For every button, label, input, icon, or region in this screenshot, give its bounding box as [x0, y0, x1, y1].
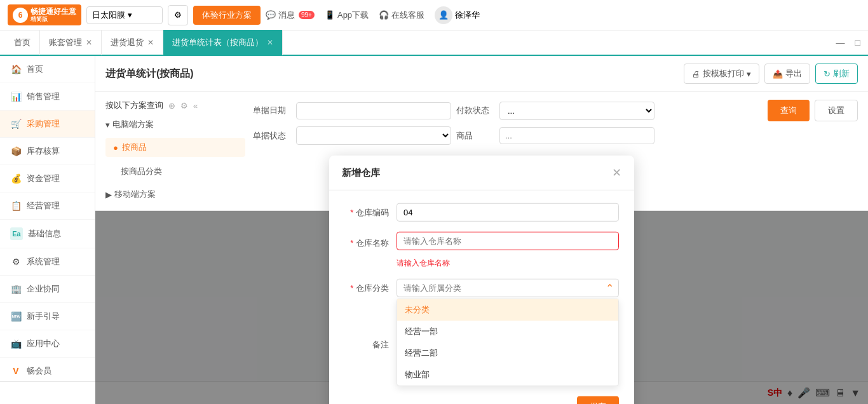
filter-title-text: 按以下方案查询: [105, 100, 163, 111]
dropdown-arrow-icon: ▾: [128, 10, 132, 20]
maximize-button[interactable]: □: [853, 35, 863, 50]
filter-status-row: 单据状态: [253, 126, 451, 145]
sidebar-label-appcenter: 应用中心: [27, 338, 60, 349]
radio-icon: ●: [113, 143, 118, 152]
logo-sub: 精简版: [31, 16, 76, 23]
date-label: 单据日期: [253, 105, 291, 116]
sidebar-label-vip: 畅会员: [27, 365, 51, 377]
tab-purchase-stats-label: 进货单统计表（按商品）: [172, 37, 263, 48]
tab-purchase-stats[interactable]: 进货单统计表（按商品） ✕: [163, 30, 283, 55]
message-label: 消息: [278, 10, 295, 21]
print-dropdown-icon: ▾: [747, 69, 751, 79]
sidebar-item-home[interactable]: 🏠 首页: [0, 56, 95, 83]
collapse-icon[interactable]: «: [193, 101, 198, 111]
content-area: 🔍 ⊙ 请选择右侧的方案 ⊙ 用[过滤]条件来缩小分析范围 新增仓库 ✕: [95, 211, 868, 404]
sidebar-item-basic[interactable]: Ea 基础信息: [0, 220, 95, 248]
tabbar: 首页 账套管理 ✕ 进货退货 ✕ 进货单统计表（按商品） ✕ — □: [0, 30, 868, 56]
dialog-title: 新增仓库: [342, 166, 380, 178]
dialog-body: 仓库编码 仓库名称 请输入仓库名称: [329, 191, 634, 396]
plan-settings-icon[interactable]: ⚙: [180, 101, 188, 111]
code-input[interactable]: [397, 203, 619, 222]
plan-mobile-collapse-icon[interactable]: ▶: [105, 190, 112, 199]
product-input[interactable]: [499, 127, 654, 144]
tab-accounts[interactable]: 账套管理 ✕: [40, 30, 102, 55]
system-icon: ⚙: [10, 256, 22, 267]
tab-accounts-close[interactable]: ✕: [86, 38, 92, 47]
tab-home-label: 首页: [14, 37, 31, 48]
store-selector[interactable]: 日太阳膜 ▾: [86, 6, 163, 24]
add-plan-icon[interactable]: ⊕: [168, 101, 175, 111]
export-button[interactable]: 📤 导出: [764, 64, 810, 84]
sidebar-item-enterprise[interactable]: 🏢 企业协同: [0, 276, 95, 303]
trial-button[interactable]: 体验行业方案: [193, 6, 261, 25]
appcenter-icon: 📺: [10, 338, 22, 349]
dialog-close-button[interactable]: ✕: [612, 166, 621, 180]
page-title: 进货单统计(按商品): [105, 67, 194, 81]
print-icon: 🖨: [692, 69, 700, 79]
enterprise-icon: 🏢: [10, 283, 22, 295]
dropdown-item-operation1[interactable]: 经营一部: [397, 321, 618, 342]
plan-mobile-header: ▶ 移动端方案: [105, 186, 245, 203]
dialog-footer: 保存: [329, 396, 634, 404]
sidebar-item-purchase[interactable]: 🛒 采购管理: [0, 111, 95, 138]
category-dropdown: 未分类 经营一部 经营二部 物业部: [397, 299, 619, 386]
sidebar-label-finance: 资金管理: [27, 173, 60, 184]
message-button[interactable]: 💬 消息 99+: [266, 10, 315, 21]
product-label: 商品: [456, 130, 494, 142]
tab-home[interactable]: 首页: [5, 30, 40, 55]
refresh-button[interactable]: ↻ 刷新: [815, 64, 858, 84]
dropdown-item-property[interactable]: 物业部: [397, 364, 618, 386]
page-actions: 🖨 按模板打印 ▾ 📤 导出 ↻ 刷新: [684, 64, 858, 84]
sidebar-item-system[interactable]: ⚙ 系统管理: [0, 248, 95, 276]
settings-button[interactable]: ⚙: [168, 5, 188, 25]
status-select[interactable]: [296, 126, 451, 145]
category-row: 仓库分类 ⌃ 未分类 经营一部 经营二部 物业部: [344, 279, 619, 297]
gear-icon: ⚙: [174, 10, 182, 20]
name-input[interactable]: [397, 232, 619, 250]
export-label: 导出: [785, 68, 802, 79]
category-input[interactable]: [397, 279, 619, 297]
purchase-icon: 🛒: [10, 118, 22, 130]
payment-select[interactable]: ...: [499, 102, 654, 120]
page-header: 进货单统计(按商品) 🖨 按模板打印 ▾ 📤 导出 ↻ 刷新: [95, 56, 868, 92]
headset-icon: 🎧: [379, 10, 389, 20]
app-icon: 📱: [325, 10, 335, 20]
settings-button-filter[interactable]: 设置: [815, 100, 858, 121]
tab-purchase-stats-close[interactable]: ✕: [267, 38, 273, 47]
filter-fields: 单据日期 付款状态 ... 查询 设置: [253, 100, 858, 145]
plan-item-category[interactable]: 按商品分类: [105, 162, 245, 181]
sidebar-label-inventory: 库存核算: [27, 145, 60, 157]
sidebar-item-inventory[interactable]: 📦 库存核算: [0, 138, 95, 165]
message-icon: 💬: [266, 10, 276, 20]
dropdown-item-unclassified[interactable]: 未分类: [397, 299, 618, 321]
app-download-button[interactable]: 📱 App下载: [325, 10, 369, 21]
name-label: 仓库名称: [344, 233, 389, 248]
sidebar-label-enterprise: 企业协同: [27, 283, 60, 295]
basic-icon: Ea: [10, 227, 23, 240]
tab-purchase-return[interactable]: 进货退货 ✕: [102, 30, 163, 55]
online-service-button[interactable]: 🎧 在线客服: [379, 10, 424, 21]
print-button[interactable]: 🖨 按模板打印 ▾: [684, 64, 759, 84]
sidebar-label-guide: 新手引导: [27, 311, 60, 322]
minimize-button[interactable]: —: [834, 35, 848, 50]
vip-icon: V: [10, 365, 22, 377]
tab-purchase-return-close[interactable]: ✕: [147, 38, 154, 47]
dropdown-item-operation2[interactable]: 经营二部: [397, 342, 618, 364]
query-button[interactable]: 查询: [768, 100, 810, 121]
sidebar-item-appcenter[interactable]: 📺 应用中心: [0, 330, 95, 358]
user-profile[interactable]: 👤 徐泽华: [435, 6, 480, 24]
code-row: 仓库编码: [344, 203, 619, 222]
sidebar-item-finance[interactable]: 💰 资金管理: [0, 165, 95, 192]
date-input[interactable]: [296, 102, 451, 119]
save-button[interactable]: 保存: [577, 396, 619, 404]
avatar: 👤: [435, 6, 452, 24]
sidebar-item-guide[interactable]: 🆕 新手引导: [0, 303, 95, 330]
sidebar: 🏠 首页 📊 销售管理 🛒 采购管理 📦 库存核算 💰 资金管理 📋 经营管理 …: [0, 56, 95, 404]
sidebar-item-sales[interactable]: 📊 销售管理: [0, 83, 95, 111]
sidebar-item-operation[interactable]: 📋 经营管理: [0, 192, 95, 220]
plan-item-product[interactable]: ● 按商品: [105, 138, 245, 157]
plan-collapse-icon[interactable]: ▾: [105, 120, 110, 130]
filter-title: 按以下方案查询 ⊕ ⚙ «: [105, 100, 245, 111]
refresh-label: 刷新: [833, 68, 850, 79]
refresh-icon: ↻: [824, 69, 831, 79]
